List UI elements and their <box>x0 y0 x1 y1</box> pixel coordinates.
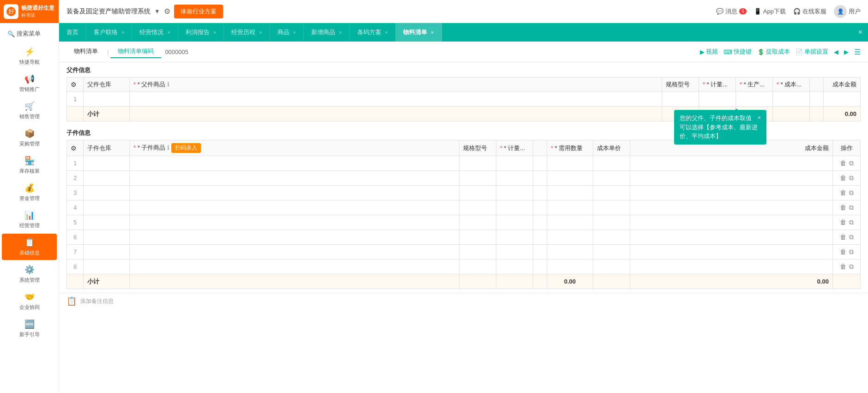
child-warehouse-cell[interactable] <box>84 171 130 186</box>
delete-icon[interactable]: 🗑 <box>840 204 846 212</box>
child-spec-cell[interactable] <box>459 186 496 200</box>
child-unit-cost-cell[interactable] <box>593 230 630 245</box>
close-all-tabs-button[interactable]: × <box>853 28 868 36</box>
sidebar-item-finance[interactable]: 💰 资金管理 <box>2 179 57 206</box>
child-spec-cell[interactable] <box>459 245 496 260</box>
message-button[interactable]: 💬 消息 6 <box>716 7 747 16</box>
tab-barcode[interactable]: 条码方案 × <box>350 23 396 42</box>
parent-col-settings[interactable]: ⚙ <box>67 78 84 92</box>
subtab-bom-detail[interactable]: 物料清单编码 <box>110 45 161 58</box>
tab-home[interactable]: 首页 <box>59 23 86 42</box>
list-view-icon[interactable]: ☰ <box>854 48 861 56</box>
child-warehouse-cell[interactable] <box>84 156 130 171</box>
child-product-cell[interactable] <box>130 215 459 230</box>
parent-spec-cell[interactable] <box>662 92 699 107</box>
child-qty-cell[interactable] <box>496 215 533 230</box>
tab-profit-report[interactable]: 利润报告 × <box>178 23 224 42</box>
settings-icon[interactable]: ⚙ <box>164 7 170 16</box>
tab-customer-close[interactable]: × <box>121 30 124 35</box>
tab-customer[interactable]: 客户联络 × <box>86 23 132 42</box>
online-service-button[interactable]: 🎧 在线客服 <box>793 7 826 16</box>
single-setting-button[interactable]: 📄 单据设置 <box>796 48 828 56</box>
user-button[interactable]: 👤 用户 <box>834 5 861 18</box>
child-needed-cell[interactable] <box>547 230 593 245</box>
child-unit-cost-cell[interactable] <box>593 171 630 186</box>
copy-icon[interactable]: ⧉ <box>849 233 854 241</box>
child-unit-cost-cell[interactable] <box>593 156 630 171</box>
tab-products[interactable]: 商品 × <box>270 23 304 42</box>
delete-icon[interactable]: 🗑 <box>840 218 846 226</box>
child-spec-cell[interactable] <box>459 215 496 230</box>
sidebar-item-system[interactable]: ⚙️ 系统管理 <box>2 261 57 287</box>
tab-new-product-close[interactable]: × <box>339 30 342 35</box>
child-spec-cell[interactable] <box>459 171 496 186</box>
child-needed-cell[interactable] <box>547 156 593 171</box>
sidebar-item-guide[interactable]: 🆕 新手引导 <box>2 315 57 342</box>
child-qty-cell[interactable] <box>496 156 533 171</box>
tab-bom[interactable]: 物料清单 × <box>396 23 441 42</box>
parent-warehouse-cell[interactable] <box>84 92 130 107</box>
child-warehouse-cell[interactable] <box>84 215 130 230</box>
system-dropdown-icon[interactable]: ▼ <box>154 8 160 15</box>
tab-products-close[interactable]: × <box>293 30 296 35</box>
tooltip-close-button[interactable]: × <box>758 114 761 122</box>
child-unit-cost-cell[interactable] <box>593 260 630 274</box>
child-warehouse-cell[interactable] <box>84 186 130 200</box>
child-product-cell[interactable] <box>130 186 459 200</box>
subtab-bom-list[interactable]: 物料清单 <box>66 45 105 58</box>
delete-icon[interactable]: 🗑 <box>840 174 846 182</box>
child-qty-cell[interactable] <box>496 230 533 245</box>
child-product-cell[interactable] <box>130 171 459 186</box>
copy-icon[interactable]: ⧉ <box>849 263 854 271</box>
child-needed-cell[interactable] <box>547 171 593 186</box>
sidebar-item-purchase[interactable]: 📦 采购管理 <box>2 125 57 151</box>
tab-bom-close[interactable]: × <box>431 30 434 35</box>
child-product-cell[interactable] <box>130 156 459 171</box>
parent-cost-cell[interactable] <box>773 92 810 107</box>
child-unit-cost-cell[interactable] <box>593 186 630 200</box>
child-qty-cell[interactable] <box>496 171 533 186</box>
tab-operation-status-close[interactable]: × <box>167 30 170 35</box>
child-unit-cost-cell[interactable] <box>593 215 630 230</box>
sidebar-item-basic-info[interactable]: 📋 基础信息 <box>2 234 57 260</box>
child-qty-cell[interactable] <box>496 200 533 215</box>
tab-barcode-close[interactable]: × <box>385 30 388 35</box>
shortcut-button[interactable]: ⌨ 快捷键 <box>723 48 752 56</box>
child-spec-cell[interactable] <box>459 200 496 215</box>
child-needed-cell[interactable] <box>547 245 593 260</box>
tab-new-product[interactable]: 新增商品 × <box>304 23 350 42</box>
copy-icon[interactable]: ⧉ <box>849 204 854 212</box>
parent-prod-cell[interactable] <box>736 92 773 107</box>
nav-prev-icon[interactable]: ◀ <box>834 48 838 55</box>
child-product-cell[interactable] <box>130 200 459 215</box>
child-needed-cell[interactable] <box>547 200 593 215</box>
copy-icon[interactable]: ⧉ <box>849 189 854 197</box>
child-warehouse-cell[interactable] <box>84 260 130 274</box>
sidebar-item-quick-nav[interactable]: ⚡ 快捷导航 <box>2 43 57 69</box>
tab-operation-history[interactable]: 经营历程 × <box>224 23 270 42</box>
sidebar-item-marketing[interactable]: 📢 营销推广 <box>2 70 57 97</box>
copy-icon[interactable]: ⧉ <box>849 174 854 182</box>
sidebar-item-collab[interactable]: 🤝 企业协同 <box>2 288 57 314</box>
app-download-button[interactable]: 📱 App下载 <box>754 7 786 16</box>
nav-next-icon[interactable]: ▶ <box>844 48 849 55</box>
sidebar-item-sales[interactable]: 🛒 销售管理 <box>2 97 57 124</box>
child-spec-cell[interactable] <box>459 156 496 171</box>
child-product-cell[interactable] <box>130 230 459 245</box>
search-menu-button[interactable]: 🔍 搜索菜单 <box>4 27 55 41</box>
extract-cost-button[interactable]: 💲 提取成本 <box>757 48 790 56</box>
child-qty-cell[interactable] <box>496 245 533 260</box>
delete-icon[interactable]: 🗑 <box>840 263 846 271</box>
child-spec-cell[interactable] <box>459 260 496 274</box>
copy-icon[interactable]: ⧉ <box>849 248 854 256</box>
tab-operation-history-close[interactable]: × <box>259 30 262 35</box>
child-col-settings[interactable]: ⚙ <box>67 140 84 156</box>
delete-icon[interactable]: 🗑 <box>840 233 846 241</box>
child-product-cell[interactable] <box>130 260 459 274</box>
child-warehouse-cell[interactable] <box>84 230 130 245</box>
child-needed-cell[interactable] <box>547 186 593 200</box>
child-qty-cell[interactable] <box>496 260 533 274</box>
video-button[interactable]: ▶ 视频 <box>700 48 718 56</box>
child-qty-cell[interactable] <box>496 186 533 200</box>
delete-icon[interactable]: 🗑 <box>840 248 846 256</box>
